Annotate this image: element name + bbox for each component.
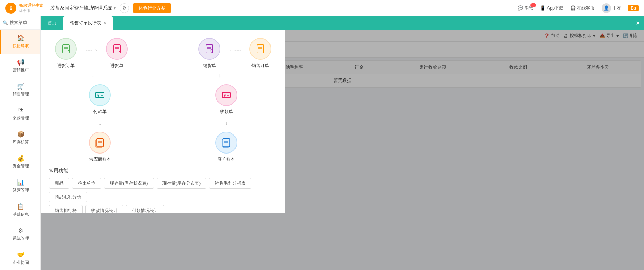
system-icon: ⚙: [18, 227, 23, 234]
function-btn[interactable]: 商品: [49, 178, 69, 189]
sales-icon: 🛒: [17, 83, 24, 90]
flow-row-4: ↓ ↓: [49, 120, 277, 126]
basic-info-icon: 📋: [17, 203, 24, 210]
customer-ledger-node[interactable]: 客户账本: [209, 132, 243, 162]
customer-ledger-circle: [215, 132, 237, 154]
system-title-dropdown[interactable]: 装备及固定资产辅助管理系统 ▾: [50, 5, 116, 11]
function-buttons-row2: 销售排行榜收款情况统计付款情况统计: [49, 205, 277, 213]
svg-rect-4: [114, 45, 120, 53]
svg-point-12: [210, 50, 213, 52]
flow-row-1: 进货订单 - - -→: [49, 38, 277, 69]
sidebar-item-label: 基础信息: [13, 212, 29, 217]
online-service-button[interactable]: 🎧 在线客服: [570, 5, 595, 11]
sidebar-item-basic-info[interactable]: 📋 基础信息: [0, 198, 40, 222]
purchase-bill-node[interactable]: 进货单: [100, 38, 134, 69]
sidebar-item-label: 企业协同: [13, 260, 29, 266]
page-content: ❓ 帮助 🖨 按模板打印 ▾ 📤 导出 ▾ 🔄: [41, 30, 644, 270]
function-btn[interactable]: 商品毛利分析: [49, 192, 87, 202]
receipt-bill-label: 收款单: [220, 109, 233, 115]
purchase-bill-circle: [106, 38, 128, 60]
marketing-icon: 📢: [17, 58, 24, 66]
sidebar-item-marketing[interactable]: 📢 营销推广: [0, 54, 40, 78]
header-left: 6 畅康通好生意 标准版 装备及固定资产辅助管理系统 ▾ ⚙ 体验行业方案: [5, 3, 171, 14]
flow-row-2: ↓ ↓: [49, 74, 277, 79]
finance-icon: 💰: [17, 155, 24, 162]
sidebar-item-finance[interactable]: 💰 资金管理: [0, 150, 40, 174]
sales-order-node[interactable]: 销售订单: [243, 38, 277, 69]
function-btn[interactable]: 现存量(库存分布表): [157, 178, 207, 189]
download-icon: 📱: [540, 5, 545, 11]
svg-rect-8: [206, 45, 213, 53]
tab-bar-close-icon[interactable]: ✕: [636, 20, 640, 26]
sidebar-item-label: 快捷导航: [13, 43, 29, 49]
down-arrow-payment: ↓: [83, 120, 117, 126]
tab-sales-order-exec[interactable]: 销售订单执行表 ×: [63, 16, 113, 30]
payment-bill-label: 付款单: [93, 109, 107, 115]
customer-ledger-label: 客户账本: [217, 156, 235, 162]
logo-area: 6 畅康通好生意 标准版: [5, 3, 46, 14]
enterprise-icon: 🤝: [17, 251, 24, 258]
purchase-bill-label: 进货单: [110, 62, 123, 69]
tab-close-icon[interactable]: ×: [104, 21, 106, 25]
purchase-order-label: 进货订单: [57, 62, 75, 69]
logo-icon: 6: [5, 3, 16, 14]
quick-guide-panel: 进货订单 - - -→: [41, 30, 285, 213]
sidebar-item-label: 系统管理: [13, 236, 29, 241]
sidebar-item-operation[interactable]: 📊 经营管理: [0, 174, 40, 198]
sidebar-item-label: 采购管理: [13, 115, 29, 121]
sidebar-item-sales[interactable]: 🛒 销售管理: [0, 78, 40, 102]
purchase-order-node[interactable]: 进货订单: [49, 38, 83, 69]
sidebar-item-label: 营销推广: [13, 67, 29, 73]
common-functions-title: 常用功能: [49, 168, 277, 174]
settings-button[interactable]: ⚙: [120, 3, 129, 13]
sales-order-circle: [249, 38, 271, 60]
app-download-button[interactable]: 📱 App下载: [540, 5, 563, 11]
down-arrow-receipt: ↓: [209, 120, 243, 126]
sidebar-item-enterprise[interactable]: 🤝 企业协同: [0, 246, 40, 270]
tab-home[interactable]: 首页: [41, 16, 63, 30]
sales-bill-circle: [198, 38, 220, 60]
tab-sales-label: 销售订单执行表: [70, 20, 101, 26]
arrow-2: ←- - -: [226, 47, 243, 54]
function-btn[interactable]: 收款情况统计: [85, 205, 123, 213]
flow-diagram: 进货订单 - - -→: [49, 38, 277, 162]
sidebar-item-label: 资金管理: [13, 163, 29, 169]
payment-bill-node[interactable]: ¥ 付款单: [83, 84, 117, 115]
function-btn[interactable]: 付款情况统计: [126, 205, 164, 213]
sales-order-label: 销售订单: [251, 62, 269, 69]
flow-row-5: 供应商账本: [49, 132, 277, 162]
search-icon: 🔍: [3, 20, 8, 25]
sales-bill-node[interactable]: 销货单: [192, 38, 226, 69]
message-button[interactable]: 💬 消息 5: [518, 5, 533, 11]
function-btn[interactable]: 往来单位: [72, 178, 101, 189]
title-chevron-icon: ▾: [114, 6, 116, 11]
sidebar-item-inventory[interactable]: 📦 库存核算: [0, 126, 40, 150]
function-btn[interactable]: 现存量(库存状况表): [104, 178, 154, 189]
content-area: 首页 销售订单执行表 × ✕ ❓ 帮助 🖨: [41, 16, 644, 270]
header-right: 💬 消息 5 📱 App下载 🎧 在线客服 👤 用友 Ea: [518, 3, 639, 13]
tab-home-label: 首页: [48, 20, 56, 26]
payment-bill-circle: ¥: [89, 84, 111, 106]
receipt-bill-circle: ¥: [215, 84, 237, 106]
function-btn[interactable]: 销售毛利分析表: [209, 178, 251, 189]
sidebar-item-quick-guide[interactable]: 🏠 快捷导航: [0, 30, 40, 54]
function-btn[interactable]: 销售排行榜: [49, 205, 83, 213]
logo-text: 畅康通好生意 标准版: [19, 3, 43, 13]
supplier-ledger-circle: [89, 132, 111, 154]
user-area[interactable]: 👤 用友: [602, 3, 621, 13]
service-icon: 🎧: [570, 5, 576, 11]
trial-button[interactable]: 体验行业方案: [133, 3, 171, 13]
sales-bill-label: 销货单: [203, 62, 216, 69]
message-badge: 5: [530, 3, 536, 7]
common-functions-section: 常用功能 商品往来单位现存量(库存状况表)现存量(库存分布表)销售毛利分析表商品…: [49, 168, 277, 213]
quick-guide-icon: 🏠: [17, 34, 24, 42]
sidebar-item-system[interactable]: ⚙ 系统管理: [0, 222, 40, 246]
receipt-bill-node[interactable]: ¥ 收款单: [209, 84, 243, 115]
sidebar-item-label: 经营管理: [13, 187, 29, 193]
user-name-label: 用友: [612, 5, 621, 11]
sidebar-search[interactable]: 🔍 搜索菜单: [0, 16, 40, 30]
supplier-ledger-node[interactable]: 供应商账本: [83, 132, 117, 162]
top-header: 6 畅康通好生意 标准版 装备及固定资产辅助管理系统 ▾ ⚙ 体验行业方案 💬 …: [0, 0, 644, 16]
sidebar-item-purchase[interactable]: 🛍 采购管理: [0, 102, 40, 126]
svg-text:¥: ¥: [97, 93, 100, 97]
